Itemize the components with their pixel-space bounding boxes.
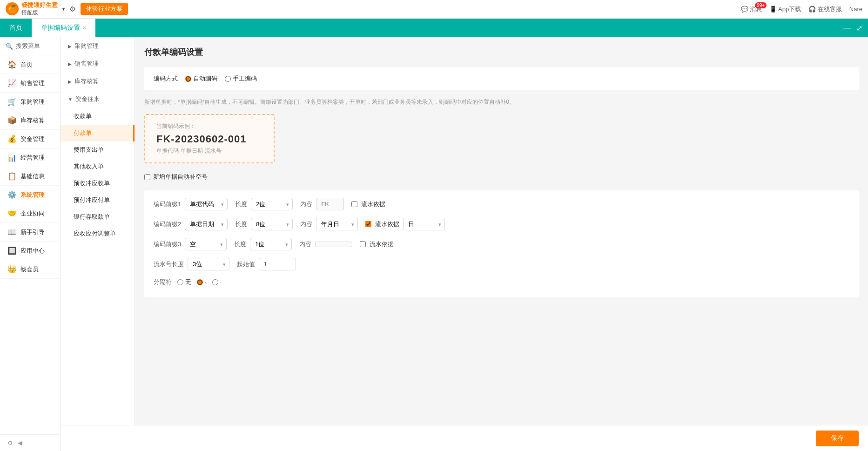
length2-select[interactable]: 6位 7位 8位 9位: [251, 218, 293, 230]
minimize-icon[interactable]: —: [843, 24, 851, 32]
code-preview-format: 单据代码-单据日期-流水号: [156, 147, 262, 155]
separator-dot[interactable]: ·: [197, 279, 207, 286]
tab-close-icon[interactable]: ×: [83, 25, 86, 31]
auto-fill-row: 新增单据自动补空号: [144, 173, 859, 181]
sub-item-pre-collect[interactable]: 预收冲应收单: [61, 175, 135, 192]
settings-icon[interactable]: ⚙: [69, 5, 76, 13]
sidebar-item-purchase[interactable]: 🛒 采购管理: [0, 93, 60, 111]
length3-select-wrapper[interactable]: 1位 2位: [250, 238, 292, 250]
sidebar-item-basic[interactable]: 📋 基础信息: [0, 167, 60, 186]
separator-dot-radio[interactable]: [197, 279, 203, 285]
prefix1-select-wrapper[interactable]: 单据代码 部门 业务员: [185, 198, 228, 210]
prefix3-select[interactable]: 空: [185, 238, 227, 250]
user-info[interactable]: Nare: [849, 6, 862, 13]
sidebar-search[interactable]: 🔍 搜索菜单: [0, 37, 60, 55]
serial1-label[interactable]: 流水依据: [361, 200, 385, 209]
radio-manual-encode[interactable]: 手工编码: [225, 74, 257, 83]
sidebar-item-operations[interactable]: 📊 经营管理: [0, 148, 60, 167]
messages-icon: 💬: [741, 6, 748, 13]
prefix2-select-wrapper[interactable]: 单据日期 操作日期: [185, 218, 228, 230]
prefix3-select-wrapper[interactable]: 空: [185, 238, 227, 250]
sub-item-bank[interactable]: 银行存取款单: [61, 209, 135, 225]
auto-fill-label[interactable]: 新增单据自动补空号: [153, 173, 208, 181]
save-button[interactable]: 保存: [816, 431, 859, 446]
length2-select-wrapper[interactable]: 6位 7位 8位 9位: [251, 218, 293, 230]
radio-auto-encode[interactable]: 自动编码: [185, 74, 217, 83]
top-bar-dropdown[interactable]: ▾: [62, 7, 65, 12]
serial1-checkbox[interactable]: [351, 201, 357, 207]
expand-icon[interactable]: ⤢: [856, 24, 862, 33]
serial-length-label: 流水号长度: [154, 260, 184, 269]
length1-select-wrapper[interactable]: 1位 2位 3位: [251, 198, 293, 210]
content3-field: 内容: [299, 240, 352, 249]
search-inner[interactable]: 🔍 搜索菜单: [6, 42, 54, 50]
inventory-icon: 📦: [7, 116, 17, 125]
sidebar-item-system[interactable]: ⚙️ 系统管理: [0, 186, 60, 204]
serial3-checkbox[interactable]: [360, 241, 366, 247]
separator-dot2[interactable]: ·: [212, 279, 222, 286]
content2-select[interactable]: 年月日 年月 年: [316, 218, 358, 230]
sub-item-receipt[interactable]: 收款单: [61, 108, 135, 125]
sidebar-item-home[interactable]: 🏠 首页: [0, 55, 60, 74]
content-area: 付款单编码设置 编码方式 自动编码 手工编码 新增单据时，*单据编码*自动生成，: [135, 37, 868, 451]
sub-group-sales[interactable]: ▶ 销售管理: [61, 55, 135, 73]
serial2-checkbox[interactable]: [365, 221, 371, 227]
prefix1-select[interactable]: 单据代码 部门 业务员: [185, 198, 228, 210]
length1-select[interactable]: 1位 2位 3位: [251, 198, 293, 210]
separator-label: 分隔符: [154, 278, 172, 286]
sub-item-pre-pay[interactable]: 预付冲应付单: [61, 192, 135, 209]
sidebar-item-newguide[interactable]: 📖 新手引导: [0, 223, 60, 242]
auto-fill-checkbox[interactable]: [144, 174, 150, 180]
start-value-input[interactable]: [259, 258, 296, 270]
sub-group-funds[interactable]: ▼ 资金往来: [61, 90, 135, 108]
content3-label: 内容: [299, 240, 311, 249]
prefix3-field: 编码前缀3 空: [154, 238, 227, 250]
serial-row: 流水号长度 1位 2位 3位 4位 起始值: [144, 258, 859, 270]
separator-dot2-radio[interactable]: [212, 279, 218, 285]
sub-item-payment[interactable]: 付款单: [61, 125, 135, 141]
online-service[interactable]: 🎧 在线客服: [808, 5, 842, 13]
tab-doc-encoding[interactable]: 单据编码设置 ×: [32, 19, 95, 37]
purchase-arrow-icon: ▶: [68, 44, 72, 49]
sub-item-adjust[interactable]: 应收应付调整单: [61, 225, 135, 242]
sub-group-inventory[interactable]: ▶ 库存核算: [61, 73, 135, 90]
serial1-field: 流水依据: [351, 200, 385, 209]
info-text: 新增单据时，*单据编码*自动生成，不可编辑。前缀设置为部门、业务员等档案类，开单…: [144, 98, 859, 107]
sub-item-other-income[interactable]: 其他收入单: [61, 158, 135, 175]
sidebar-item-finance[interactable]: 💰 资金管理: [0, 130, 60, 148]
tab-home[interactable]: 首页: [0, 19, 32, 37]
messages-area[interactable]: 💬 消息 99+: [741, 5, 762, 13]
trial-button[interactable]: 体验行业方案: [81, 3, 128, 15]
top-bar-right: 💬 消息 99+ 📱 App下载 🎧 在线客服 Nare: [741, 5, 862, 13]
sidebar-item-apps[interactable]: 🔲 应用中心: [0, 242, 60, 260]
content2-select-wrapper[interactable]: 年月日 年月 年: [316, 218, 358, 230]
serial-length-select[interactable]: 1位 2位 3位 4位: [188, 258, 229, 270]
sidebar-collapse-icon[interactable]: ◀: [18, 439, 22, 446]
prefix2-select[interactable]: 单据日期 操作日期: [185, 218, 228, 230]
finance-icon: 💰: [7, 135, 17, 143]
separator-none-radio[interactable]: [177, 279, 183, 285]
serial2-label[interactable]: 流水依据: [375, 220, 399, 229]
separator-none[interactable]: 无: [177, 278, 191, 286]
day-select[interactable]: 日 月 年: [403, 218, 445, 230]
manual-encode-radio[interactable]: [225, 76, 231, 82]
sales-icon: 📈: [7, 79, 17, 88]
serial-length-select-wrapper[interactable]: 1位 2位 3位 4位: [188, 258, 229, 270]
sub-item-expense[interactable]: 费用支出单: [61, 141, 135, 158]
app-download[interactable]: 📱 App下载: [769, 5, 801, 13]
sidebar-item-sales[interactable]: 📈 销售管理: [0, 74, 60, 93]
sidebar-item-cooperation[interactable]: 🤝 企业协同: [0, 204, 60, 223]
prefix1-label: 编码前缀1: [154, 200, 181, 209]
sidebar-item-member[interactable]: 👑 畅会员: [0, 260, 60, 279]
length3-select[interactable]: 1位 2位: [250, 238, 292, 250]
auto-encode-radio[interactable]: [185, 76, 191, 82]
sidebar-item-inventory[interactable]: 📦 库存核算: [0, 111, 60, 130]
sidebar-settings-icon[interactable]: ⚙: [7, 439, 13, 446]
content1-value: FK: [316, 198, 344, 210]
sub-sidebar: ▶ 采购管理 ▶ 销售管理 ▶ 库存核算 ▼ 资金往来 收款单 付款单 费用支出…: [61, 37, 135, 451]
sub-group-purchase[interactable]: ▶ 采购管理: [61, 37, 135, 55]
encoding-method-row: 编码方式 自动编码 手工编码: [154, 74, 849, 83]
serial2-field: 流水依据 日 月 年: [365, 218, 445, 230]
serial3-label[interactable]: 流水依据: [370, 240, 394, 249]
day-select-wrapper[interactable]: 日 月 年: [403, 218, 445, 230]
